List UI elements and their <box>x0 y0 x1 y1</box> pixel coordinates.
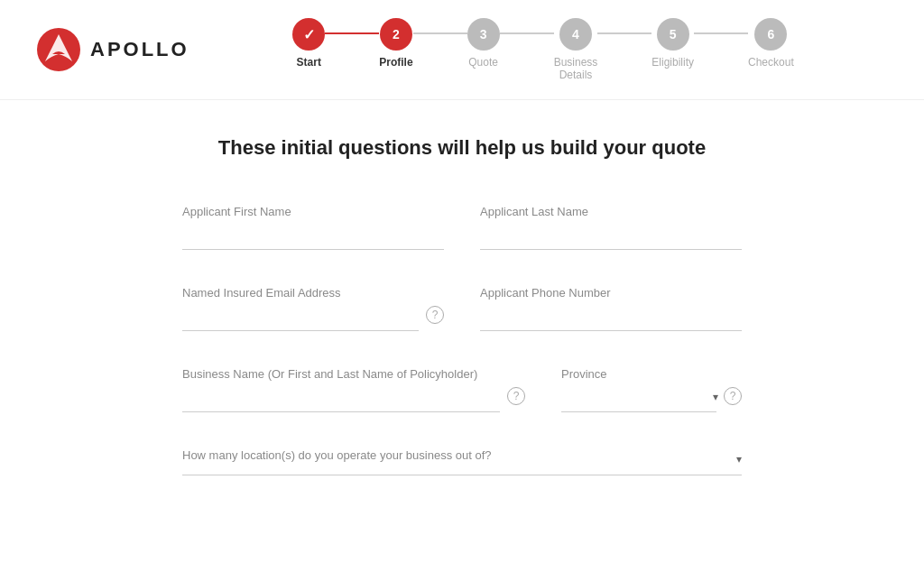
connector-4 <box>597 32 651 34</box>
page-title: These initial questions will help us bui… <box>54 136 870 160</box>
business-help-icon[interactable]: ? <box>507 387 525 405</box>
step-profile-number: 2 <box>393 27 400 42</box>
step-eligibility[interactable]: 5 Eligibility <box>651 18 694 69</box>
logo: APOLLO <box>36 27 199 72</box>
connector-3 <box>500 32 554 34</box>
step-business-number: 4 <box>572 27 579 42</box>
locations-field-wrapper: How many location(s) do you operate your… <box>182 448 742 475</box>
connector-line-4 <box>597 32 651 34</box>
province-help-icon[interactable]: ? <box>724 387 742 405</box>
email-field: Named Insured Email Address ? <box>182 286 444 331</box>
step-quote[interactable]: 3 Quote <box>467 18 500 69</box>
connector-line-1 <box>325 32 379 34</box>
last-name-label: Applicant Last Name <box>480 205 742 218</box>
main-content: These initial questions will help us bui… <box>0 100 924 530</box>
step-start-label: Start <box>297 56 321 69</box>
business-row: Business Name (Or First and Last Name of… <box>182 367 742 412</box>
stepper: ✓ Start 2 Profile 3 Quote <box>199 18 888 81</box>
step-quote-label: Quote <box>468 56 498 69</box>
phone-field: Applicant Phone Number <box>480 286 742 331</box>
business-help-symbol: ? <box>513 390 520 402</box>
phone-input[interactable] <box>480 305 742 331</box>
locations-label: How many location(s) do you operate your… <box>182 448 729 462</box>
step-checkout-label: Checkout <box>748 56 794 69</box>
connector-line-5 <box>694 32 748 34</box>
first-name-label: Applicant First Name <box>182 205 444 218</box>
step-eligibility-number: 5 <box>670 27 677 42</box>
logo-text: APOLLO <box>90 38 189 61</box>
form-section: Applicant First Name Applicant Last Name… <box>182 205 742 475</box>
locations-dropdown-arrow: ▾ <box>736 453 742 466</box>
province-label: Province <box>561 367 742 381</box>
header: APOLLO ✓ Start 2 Profile 3 <box>0 0 924 100</box>
name-row: Applicant First Name Applicant Last Name <box>182 205 742 250</box>
email-input[interactable] <box>182 305 419 331</box>
step-eligibility-circle: 5 <box>657 18 689 51</box>
step-start[interactable]: ✓ Start <box>292 18 325 69</box>
first-name-field: Applicant First Name <box>182 205 444 250</box>
email-field-wrapper: ? <box>182 305 444 331</box>
province-select[interactable]: AB BC MB NB NL NS ON PE QC SK <box>561 386 716 412</box>
step-checkout[interactable]: 6 Checkout <box>748 18 794 69</box>
province-help-symbol: ? <box>730 390 736 402</box>
first-name-input[interactable] <box>182 224 444 250</box>
connector-line-2 <box>413 32 467 34</box>
step-start-circle: ✓ <box>292 18 325 51</box>
step-quote-circle: 3 <box>467 18 500 51</box>
step-profile[interactable]: 2 Profile <box>379 18 412 69</box>
apollo-logo-icon <box>36 27 81 72</box>
step-checkout-circle: 6 <box>754 18 787 51</box>
checkmark-icon: ✓ <box>303 26 315 43</box>
step-business-circle: 4 <box>559 18 592 51</box>
business-name-field: Business Name (Or First and Last Name of… <box>182 367 525 412</box>
connector-2 <box>413 32 467 34</box>
step-profile-label: Profile <box>379 56 412 69</box>
step-quote-number: 3 <box>480 27 487 42</box>
connector-5 <box>694 32 748 34</box>
phone-label: Applicant Phone Number <box>480 286 742 300</box>
business-name-input[interactable] <box>182 386 500 412</box>
contact-row: Named Insured Email Address ? Applicant … <box>182 286 742 331</box>
email-label: Named Insured Email Address <box>182 286 444 300</box>
locations-field: How many location(s) do you operate your… <box>182 448 742 475</box>
last-name-input[interactable] <box>480 224 742 250</box>
last-name-field: Applicant Last Name <box>480 205 742 250</box>
connector-line-3 <box>500 32 554 34</box>
step-business[interactable]: 4 Business Details <box>554 18 598 81</box>
business-name-wrapper: ? <box>182 386 525 412</box>
locations-row: How many location(s) do you operate your… <box>182 448 742 475</box>
step-business-label: Business Details <box>554 56 598 81</box>
step-eligibility-label: Eligibility <box>651 56 694 69</box>
business-name-label: Business Name (Or First and Last Name of… <box>182 367 525 381</box>
email-help-symbol: ? <box>432 309 439 321</box>
province-select-wrapper: AB BC MB NB NL NS ON PE QC SK ▾ ? <box>561 386 742 412</box>
connector-1 <box>325 32 379 34</box>
province-field: Province AB BC MB NB NL NS ON PE QC SK <box>561 367 742 412</box>
email-help-icon[interactable]: ? <box>426 306 444 324</box>
step-checkout-number: 6 <box>767 27 774 42</box>
step-profile-circle: 2 <box>380 18 412 51</box>
